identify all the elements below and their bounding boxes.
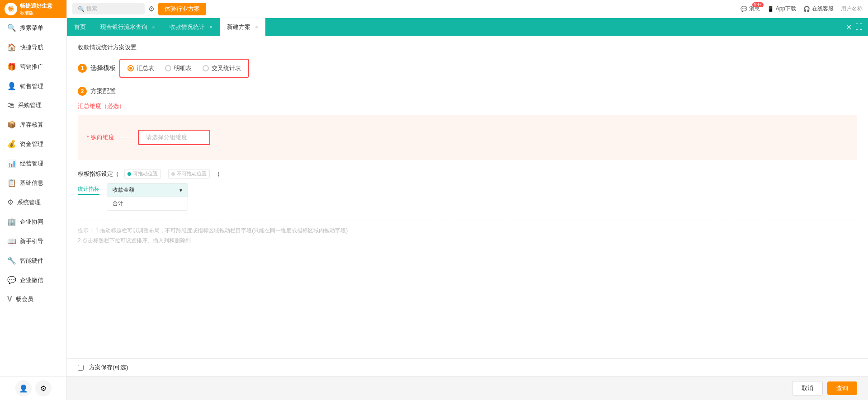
tab-home[interactable]: 首页 xyxy=(67,18,93,36)
cancel-button[interactable]: 取消 xyxy=(792,381,823,395)
sidebar-label-marketing: 营销推广 xyxy=(20,63,43,71)
query-button[interactable]: 查询 xyxy=(827,381,857,395)
page-footer: 方案保存(可选) xyxy=(67,358,868,376)
topbar-search-text: 搜索 xyxy=(86,5,97,13)
dimension-area: * 纵向维度 —— 请选择分组维度 xyxy=(78,115,857,160)
radio-cross[interactable] xyxy=(203,65,209,71)
tabbar-expand-icon[interactable]: ⛶ xyxy=(855,23,863,31)
config-section: 汇总维度（必选） * 纵向维度 —— 请选择分组维度 xyxy=(78,102,857,251)
dimension-select-btn[interactable]: 请选择分组维度 xyxy=(138,130,210,145)
dimension-arrow: —— xyxy=(120,134,132,141)
sidebar-label-quick-nav: 快捷导航 xyxy=(20,43,43,52)
topbar-search-icon: 🔍 xyxy=(78,6,85,12)
trial-button[interactable]: 体验行业方案 xyxy=(158,3,206,15)
indicators-title: 模板指标设定（ xyxy=(78,170,119,178)
service-btn[interactable]: 🎧 在线客服 xyxy=(803,5,834,13)
member-icon: V xyxy=(7,295,12,303)
template-option-summary[interactable]: 汇总表 xyxy=(127,64,154,72)
clipboard-icon: 📋 xyxy=(7,179,16,187)
tab-new-plan[interactable]: 新建方案 × xyxy=(220,18,265,36)
search-icon: 🔍 xyxy=(7,24,16,32)
sidebar-label-inventory: 库存核算 xyxy=(20,121,43,129)
sidebar-item-wechat[interactable]: 💬 企业微信 xyxy=(0,270,66,290)
dimension-placeholder: 请选择分组维度 xyxy=(146,134,187,141)
radio-summary[interactable] xyxy=(127,65,134,71)
book-icon: 📖 xyxy=(7,237,16,245)
bag-icon: 🛍 xyxy=(7,101,14,109)
tab-bank-close-icon[interactable]: × xyxy=(152,24,155,30)
sidebar-label-member: 畅会员 xyxy=(16,295,33,303)
sidebar-item-guide[interactable]: 📖 新手引导 xyxy=(0,231,66,251)
tabbar: 首页 现金银行流水查询 × 收款情况统计 × 新建方案 × ✕ ⛶ xyxy=(67,18,868,36)
download-label: App下载 xyxy=(776,5,796,13)
tab-receipts[interactable]: 收款情况统计 × xyxy=(162,18,220,36)
hardware-icon: 🔧 xyxy=(7,256,16,265)
fixed-dot xyxy=(171,172,175,176)
wechat-icon: 💬 xyxy=(7,276,16,284)
stats-dropdown-icon[interactable]: ▾ xyxy=(179,187,182,193)
sidebar-item-sales[interactable]: 👤 销售管理 xyxy=(0,76,66,96)
topbar: 🔍 搜索 ⚙ 体验行业方案 💬 消息 99+ 📱 App下载 🎧 在线客服 用户… xyxy=(67,0,868,18)
sidebar-logo: 畅 畅捷通好生意 标准版 xyxy=(0,0,66,18)
save-plan-checkbox[interactable] xyxy=(78,365,84,371)
message-icon: 💬 xyxy=(741,6,747,12)
sidebar-item-inventory[interactable]: 📦 库存核算 xyxy=(0,115,66,134)
logo-text: 畅捷通好生意 标准版 xyxy=(20,2,52,16)
download-btn[interactable]: 📱 App下载 xyxy=(767,5,796,13)
user-name[interactable]: 用户名称 xyxy=(841,5,863,13)
stats-table: 收款金额 ▾ 合计 xyxy=(107,183,188,211)
tab-bank-label: 现金银行流水查询 xyxy=(100,23,147,31)
step2-title: 方案配置 xyxy=(90,87,116,95)
template-cross-label: 交叉统计表 xyxy=(212,64,241,72)
sidebar-label-system: 系统管理 xyxy=(17,198,41,207)
sidebar-item-system[interactable]: ⚙ 系统管理 xyxy=(0,193,66,212)
sidebar-footer-btn-2[interactable]: ⚙ xyxy=(35,380,52,396)
sidebar-item-marketing[interactable]: 🎁 营销推广 xyxy=(0,57,66,76)
radio-detail[interactable] xyxy=(165,65,171,71)
sidebar-item-finance[interactable]: 💰 资金管理 xyxy=(0,134,66,154)
app-name: 畅捷通好生意 xyxy=(20,2,52,10)
sidebar-label-finance: 资金管理 xyxy=(20,140,43,148)
tab-receipts-label: 收款情况统计 xyxy=(170,23,205,31)
sidebar-footer: 👤 ⚙ xyxy=(0,376,66,400)
box-icon: 📦 xyxy=(7,120,16,129)
topbar-search[interactable]: 🔍 搜索 xyxy=(72,3,145,14)
tab-bank[interactable]: 现金银行流水查询 × xyxy=(93,18,162,36)
topbar-settings-icon[interactable]: ⚙ xyxy=(148,5,155,13)
step1-title: 选择模板 xyxy=(90,64,116,72)
template-option-cross[interactable]: 交叉统计表 xyxy=(203,64,241,72)
message-count: 99+ xyxy=(752,2,764,7)
money-icon: 💰 xyxy=(7,140,16,148)
tabbar-actions: ✕ ⛶ xyxy=(846,23,868,32)
fixed-label: 不可拖动位置 xyxy=(177,170,207,177)
sidebar-item-search[interactable]: 🔍 搜索菜单 xyxy=(0,18,66,38)
sidebar-label-guide: 新手引导 xyxy=(20,237,43,245)
tab-new-plan-label: 新建方案 xyxy=(227,23,250,31)
sidebar-item-hardware[interactable]: 🔧 智能硬件 xyxy=(0,251,66,270)
sidebar: 畅 畅捷通好生意 标准版 🔍 搜索菜单 🏠 快捷导航 🎁 营销推广 👤 销售管理… xyxy=(0,0,67,400)
app-version: 标准版 xyxy=(20,10,52,16)
sidebar-footer-btn-1[interactable]: 👤 xyxy=(15,380,32,396)
stats-area: 统计指标 收款金额 ▾ 合计 xyxy=(78,183,857,211)
template-option-detail[interactable]: 明细表 xyxy=(165,64,192,72)
sidebar-item-operation[interactable]: 📊 经营管理 xyxy=(0,154,66,173)
sidebar-item-quick-nav[interactable]: 🏠 快捷导航 xyxy=(0,38,66,57)
step2-section: 2 方案配置 汇总维度（必选） * 纵向维度 —— 请选择分组维度 xyxy=(78,87,857,251)
tab-new-plan-close-icon[interactable]: × xyxy=(255,24,258,30)
topbar-right: 💬 消息 99+ 📱 App下载 🎧 在线客服 用户名称 xyxy=(741,5,863,13)
step1-badge: 1 xyxy=(78,64,87,73)
tabbar-close-icon[interactable]: ✕ xyxy=(846,23,852,32)
save-plan-label: 方案保存(可选) xyxy=(89,363,128,372)
sidebar-item-corp[interactable]: 🏢 企业协同 xyxy=(0,212,66,231)
sidebar-label-wechat: 企业微信 xyxy=(20,276,43,284)
tips-line1: 提示： 1.拖动标题栏可以调整布局，不可跨维度或指标区域拖动栏目字段(只能在同一… xyxy=(78,226,857,235)
message-badge[interactable]: 💬 消息 99+ xyxy=(741,5,760,13)
sidebar-item-purchase[interactable]: 🛍 采购管理 xyxy=(0,96,66,115)
tab-receipts-close-icon[interactable]: × xyxy=(209,24,212,30)
sidebar-item-member[interactable]: V 畅会员 xyxy=(0,290,66,309)
stats-table-header[interactable]: 收款金额 ▾ xyxy=(107,184,188,197)
main-area: 🔍 搜索 ⚙ 体验行业方案 💬 消息 99+ 📱 App下载 🎧 在线客服 用户… xyxy=(67,0,868,400)
draggable-tag: 可拖动位置 xyxy=(124,169,161,179)
stats-section-label: 统计指标 xyxy=(78,183,99,197)
sidebar-item-basic[interactable]: 📋 基础信息 xyxy=(0,173,66,193)
